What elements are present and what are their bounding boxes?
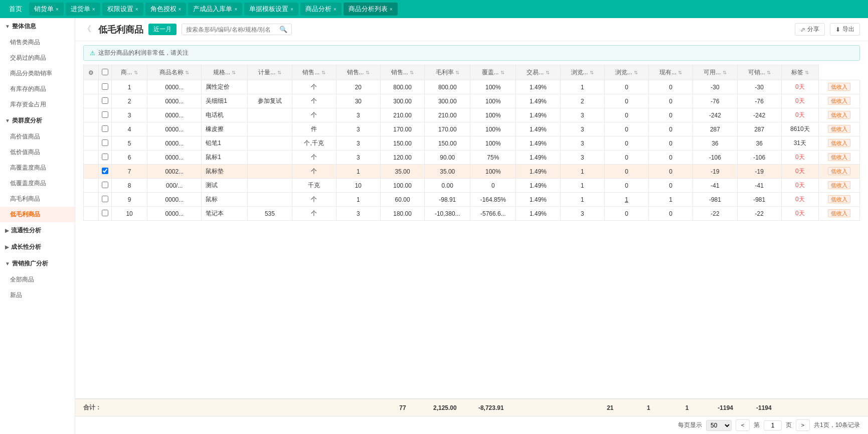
col-gross-margin[interactable]: 毛利率 ⇅ — [425, 65, 470, 80]
row-checkbox[interactable] — [102, 83, 108, 90]
col-sales-profit[interactable]: 销售... ⇅ — [380, 65, 424, 80]
period-button[interactable]: 近一月 — [148, 24, 177, 35]
cell-checkbox[interactable] — [99, 94, 112, 108]
col-name[interactable]: 商品名称 ⇅ — [147, 65, 202, 80]
cell-checkbox[interactable] — [99, 193, 112, 207]
cell-name[interactable]: 吴细细1 — [202, 94, 248, 108]
cell-unit: 个 — [292, 165, 336, 179]
cell-checkbox[interactable] — [99, 179, 112, 193]
sidebar-item-high-margin[interactable]: 高毛利商品 — [0, 191, 75, 207]
close-icon[interactable]: × — [179, 7, 182, 12]
sidebar-item-low-value[interactable]: 低价值商品 — [0, 144, 75, 160]
sidebar-item-low-coverage[interactable]: 低覆盖度商品 — [0, 176, 75, 191]
row-checkbox[interactable] — [102, 139, 108, 146]
close-icon[interactable]: × — [92, 7, 95, 12]
nav-item-roles[interactable]: 角色授权 × — [145, 3, 187, 16]
cell-checkbox[interactable] — [99, 151, 112, 165]
cell-available: 36 — [737, 136, 781, 151]
col-browse2[interactable]: 浏览... ⇅ — [604, 65, 648, 80]
close-icon[interactable]: × — [135, 7, 138, 12]
sidebar-item-all-goods[interactable]: 全部商品 — [0, 272, 75, 287]
sidebar-group-header-cluster[interactable]: ▼ 类群度分析 — [0, 112, 75, 129]
export-button[interactable]: ⬇ 导出 — [830, 23, 860, 36]
col-code[interactable]: 商... ⇅ — [112, 65, 147, 80]
row-checkbox[interactable] — [102, 154, 108, 160]
search-icon[interactable]: 🔍 — [279, 26, 287, 33]
cell-name[interactable]: 铅笔1 — [202, 136, 248, 151]
nav-item-analysis-list[interactable]: 商品分析列表 × — [343, 3, 398, 16]
col-sales-qty[interactable]: 销售... ⇅ — [292, 65, 336, 80]
sidebar-item-inventory-capital[interactable]: 库存资金占用 — [0, 97, 75, 112]
cell-sellable: 0天 — [781, 165, 818, 179]
cell-checkbox[interactable] — [99, 80, 112, 94]
col-coverage[interactable]: 覆盖... ⇅ — [470, 65, 516, 80]
prev-page-btn[interactable]: ＜ — [736, 419, 750, 431]
next-page-btn[interactable]: ＞ — [796, 419, 810, 431]
sidebar-group-header-circulation[interactable]: ▶ 流通性分析 — [0, 222, 75, 239]
row-checkbox[interactable] — [102, 182, 108, 188]
col-browse1[interactable]: 浏览... ⇅ — [560, 65, 604, 80]
col-sales-amount[interactable]: 销售... ⇅ — [336, 65, 380, 80]
sidebar-group-header-overall[interactable]: ▼ 整体信息 — [0, 18, 75, 35]
sidebar-item-traded-goods[interactable]: 交易过的商品 — [0, 50, 75, 66]
close-icon[interactable]: × — [333, 7, 336, 12]
close-icon[interactable]: × — [390, 7, 393, 12]
sidebar-item-new-goods[interactable]: 新品 — [0, 287, 75, 303]
row-checkbox[interactable] — [102, 196, 108, 202]
search-input[interactable] — [186, 26, 277, 33]
sidebar-item-category-rate[interactable]: 商品分类助销率 — [0, 66, 75, 81]
row-checkbox[interactable] — [102, 111, 108, 118]
col-sellable[interactable]: 可销... ⇅ — [737, 65, 781, 80]
cell-name[interactable]: 鼠标 — [202, 193, 248, 207]
close-icon[interactable]: × — [290, 7, 293, 12]
sidebar-item-in-stock[interactable]: 有库存的商品 — [0, 81, 75, 97]
cell-name[interactable]: 鼠标1 — [202, 151, 248, 165]
cell-browse1[interactable]: 1 — [604, 193, 648, 207]
nav-item-products[interactable]: 产成品入库单 × — [188, 3, 242, 16]
sidebar-item-sales-goods[interactable]: 销售类商品 — [0, 35, 75, 50]
nav-item-templates[interactable]: 单据模板设置 × — [244, 3, 298, 16]
cell-name[interactable]: 橡皮擦 — [202, 122, 248, 136]
page-input[interactable] — [764, 420, 782, 430]
col-transaction[interactable]: 交易... ⇅ — [516, 65, 560, 80]
close-icon[interactable]: × — [234, 7, 237, 12]
col-tag[interactable]: 标签 ⇅ — [781, 65, 818, 80]
sidebar-group-header-growth[interactable]: ▶ 成长性分析 — [0, 239, 75, 255]
collapse-sidebar-btn[interactable]: 《 — [83, 24, 91, 35]
cell-name[interactable]: 笔记本 — [202, 207, 248, 221]
row-checkbox[interactable] — [102, 97, 108, 104]
select-all-checkbox[interactable] — [102, 69, 108, 75]
per-page-select[interactable]: 50 20 100 — [706, 420, 732, 431]
nav-item-sales[interactable]: 销货单 × — [29, 3, 64, 16]
col-unit[interactable]: 计量... ⇅ — [248, 65, 292, 80]
cell-name[interactable]: 电话机 — [202, 108, 248, 122]
nav-item-analysis[interactable]: 商品分析 × — [300, 3, 341, 16]
nav-item-permissions[interactable]: 权限设置 × — [102, 3, 143, 16]
col-checkbox[interactable] — [99, 65, 112, 80]
cell-checkbox[interactable] — [99, 136, 112, 151]
sidebar-item-low-margin[interactable]: 低毛利商品 — [0, 207, 75, 222]
cell-name[interactable]: 鼠标垫 — [202, 165, 248, 179]
sidebar-item-high-coverage[interactable]: 高覆盖度商品 — [0, 160, 75, 176]
cell-checkbox[interactable] — [99, 207, 112, 221]
close-icon[interactable]: × — [56, 7, 59, 12]
cell-name[interactable]: 属性定价 — [202, 80, 248, 94]
row-checkbox[interactable] — [102, 210, 108, 216]
col-current[interactable]: 现有... ⇅ — [649, 65, 693, 80]
col-spec[interactable]: 规格... ⇅ — [202, 65, 248, 80]
cell-checkbox[interactable] — [99, 165, 112, 179]
nav-item-purchase[interactable]: 进货单 × — [66, 3, 100, 16]
cell-checkbox[interactable] — [99, 108, 112, 122]
sidebar-group-header-marketing[interactable]: ▼ 营销推广分析 — [0, 255, 75, 272]
sidebar-item-high-value[interactable]: 高价值商品 — [0, 129, 75, 144]
nav-item-home[interactable]: 首页 — [4, 3, 27, 16]
col-settings[interactable]: ⚙ — [84, 65, 99, 80]
cell-checkbox[interactable] — [99, 122, 112, 136]
col-available[interactable]: 可用... ⇅ — [693, 65, 737, 80]
cell-name[interactable]: 测试 — [202, 179, 248, 193]
search-box: 🔍 — [182, 24, 292, 35]
share-button[interactable]: ⬀ 分享 — [795, 23, 825, 36]
row-checkbox[interactable] — [102, 168, 108, 174]
row-checkbox[interactable] — [102, 125, 108, 132]
cell-code: 0000... — [147, 122, 202, 136]
